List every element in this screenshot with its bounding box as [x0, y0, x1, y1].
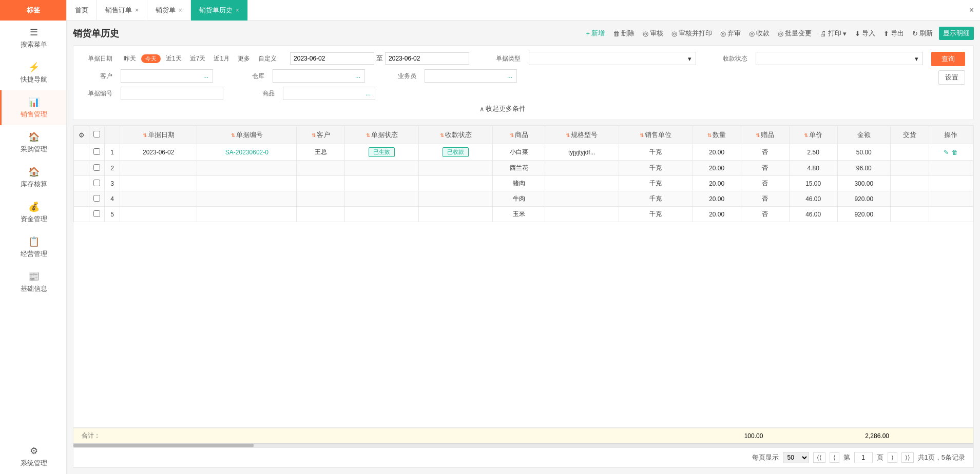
- query-button[interactable]: 查询: [931, 52, 965, 66]
- last-page-button[interactable]: ⟩⟩: [901, 452, 914, 463]
- warehouse-input[interactable]: [276, 70, 353, 82]
- spec-type-col-header[interactable]: ⇅ 规格型号: [545, 126, 619, 144]
- row-check-cell[interactable]: [89, 161, 105, 176]
- sales-unit-col-header[interactable]: ⇅ 销售单位: [619, 126, 693, 144]
- goods-input[interactable]: [286, 88, 363, 99]
- tab-sales-history-close[interactable]: ×: [236, 7, 239, 14]
- action-btn-0[interactable]: ✎: [944, 149, 949, 156]
- date-tag-recent7[interactable]: 近7天: [187, 53, 209, 64]
- import-button[interactable]: ⬇ 导入: [853, 28, 877, 39]
- goods-col-header[interactable]: ⇅ 商品: [493, 126, 545, 144]
- row-check-cell[interactable]: [89, 207, 105, 222]
- check-col-header[interactable]: [89, 126, 105, 144]
- date-tag-more[interactable]: 更多: [235, 53, 253, 64]
- doc-no-col-header[interactable]: ⇅ 单据编号: [197, 126, 297, 144]
- page-number-input[interactable]: [854, 452, 873, 463]
- date-tag-today[interactable]: 今天: [141, 54, 161, 63]
- row-checkbox[interactable]: [93, 164, 100, 171]
- sidebar-item-basic-info[interactable]: 📰 基础信息: [0, 265, 66, 300]
- payment-status-select[interactable]: ▾: [756, 52, 923, 65]
- doc-status-col-header[interactable]: ⇅ 单据状态: [345, 126, 419, 144]
- row-checkbox[interactable]: [93, 148, 100, 155]
- import-icon: ⬇: [855, 30, 860, 37]
- date-tag-custom[interactable]: 自定义: [255, 53, 280, 64]
- tab-sales-order-close[interactable]: ×: [135, 7, 139, 14]
- row-check-cell[interactable]: [89, 191, 105, 207]
- row-doc-no-cell[interactable]: [197, 191, 297, 207]
- row-doc-status-cell: [345, 161, 419, 176]
- next-page-button[interactable]: ⟩: [888, 452, 897, 463]
- batch-change-button[interactable]: ◎ 批量变更: [776, 28, 814, 39]
- unit-price-col-header[interactable]: ⇅ 单价: [789, 126, 837, 144]
- tab-sales-history[interactable]: 销货单历史 ×: [191, 0, 248, 21]
- tab-bar-close[interactable]: ×: [963, 6, 980, 15]
- first-page-button[interactable]: ⟨⟨: [813, 452, 825, 463]
- tab-sales-order[interactable]: 销售订单 ×: [97, 0, 147, 21]
- abandon-button[interactable]: ◎ 弃审: [718, 28, 743, 39]
- export-button[interactable]: ⬆ 导出: [881, 28, 906, 39]
- sidebar-item-finance[interactable]: 💰 资金管理: [0, 195, 66, 230]
- date-tag-recent1m[interactable]: 近1月: [210, 53, 233, 64]
- new-button[interactable]: + 新增: [584, 28, 607, 39]
- row-doc-no-cell[interactable]: [197, 176, 297, 191]
- prev-page-button[interactable]: ⟨: [830, 452, 839, 463]
- goods-label: 商品: [244, 89, 275, 98]
- staff-ellipsis[interactable]: ...: [506, 71, 513, 81]
- sidebar-item-purchase-mgmt[interactable]: 🏠 采购管理: [0, 125, 66, 160]
- per-page-select[interactable]: 50 20 100: [783, 452, 809, 463]
- sidebar-item-search-menu[interactable]: ☰ 搜索菜单: [0, 21, 66, 55]
- collapse-button[interactable]: ∧ 收起更多条件: [82, 104, 923, 113]
- row-check-cell[interactable]: [89, 176, 105, 191]
- date-to-input[interactable]: [385, 52, 469, 65]
- row-checkbox[interactable]: [93, 210, 100, 217]
- customer-input[interactable]: [124, 70, 201, 82]
- select-all-checkbox[interactable]: [93, 131, 100, 137]
- staff-input[interactable]: [428, 70, 505, 82]
- table-row: 4 牛肉 千克 20.00 否 46.00 920.00: [74, 191, 973, 207]
- tab-sales-goods-close[interactable]: ×: [179, 7, 182, 14]
- display-detail-button[interactable]: 显示明细: [939, 27, 974, 40]
- date-tag-recent1[interactable]: 近1天: [163, 53, 185, 64]
- row-spec-type-cell: [545, 161, 619, 176]
- audit-print-button[interactable]: ◎ 审核并打印: [669, 28, 714, 39]
- row-doc-no-cell[interactable]: [197, 207, 297, 222]
- gear-col-header[interactable]: ⚙: [74, 126, 89, 144]
- customer-label: 客户: [82, 72, 112, 81]
- doc-type-select[interactable]: ▾: [529, 52, 696, 65]
- transaction-col-header: 交货: [890, 126, 929, 144]
- print-button[interactable]: 🖨 打印 ▾: [818, 28, 849, 39]
- date-tag-yesterday[interactable]: 昨天: [121, 53, 139, 64]
- amount-col-header: 金额: [837, 126, 890, 144]
- set-button[interactable]: 设置: [938, 70, 965, 85]
- customer-col-header[interactable]: ⇅ 客户: [297, 126, 345, 144]
- delete-button[interactable]: 🗑 删除: [611, 28, 637, 39]
- tab-sales-goods[interactable]: 销货单 ×: [147, 0, 191, 21]
- row-check-cell[interactable]: [89, 144, 105, 161]
- row-goods-cell: 牛肉: [493, 191, 545, 207]
- goods-ellipsis[interactable]: ...: [364, 89, 372, 98]
- sidebar-item-sales-mgmt[interactable]: 📊 销售管理: [0, 90, 66, 125]
- row-doc-no-cell[interactable]: SA-20230602-0: [197, 144, 297, 161]
- collect-button[interactable]: ◎ 收款: [747, 28, 772, 39]
- doc-date-col-header[interactable]: ⇅ 单据日期: [120, 126, 197, 144]
- row-checkbox[interactable]: [93, 180, 100, 186]
- refresh-button[interactable]: ↻ 刷新: [910, 28, 935, 39]
- date-from-input[interactable]: [290, 52, 374, 65]
- gift-col-header[interactable]: ⇅ 赠品: [741, 126, 789, 144]
- doc-no-input[interactable]: [121, 87, 223, 100]
- sidebar-item-inventory[interactable]: 🏠 库存核算: [0, 160, 66, 195]
- sidebar-item-quick-nav[interactable]: ⚡ 快捷导航: [0, 55, 66, 90]
- pay-status-col-header[interactable]: ⇅ 收款状态: [419, 126, 493, 144]
- row-doc-no-cell[interactable]: [197, 161, 297, 176]
- quantity-col-header[interactable]: ⇅ 数量: [693, 126, 741, 144]
- tab-home[interactable]: 首页: [67, 0, 97, 21]
- customer-ellipsis[interactable]: ...: [202, 71, 209, 81]
- sidebar-item-system[interactable]: ⚙ 系统管理: [0, 439, 66, 474]
- sidebar-item-operations[interactable]: 📋 经营管理: [0, 230, 66, 265]
- collect-icon: ◎: [749, 30, 755, 37]
- warehouse-ellipsis[interactable]: ...: [354, 71, 361, 81]
- pay-status-sort-icon: ⇅: [440, 132, 444, 138]
- action-btn-1[interactable]: 🗑: [952, 149, 958, 156]
- audit-button[interactable]: ◎ 审核: [641, 28, 665, 39]
- row-checkbox[interactable]: [93, 195, 100, 202]
